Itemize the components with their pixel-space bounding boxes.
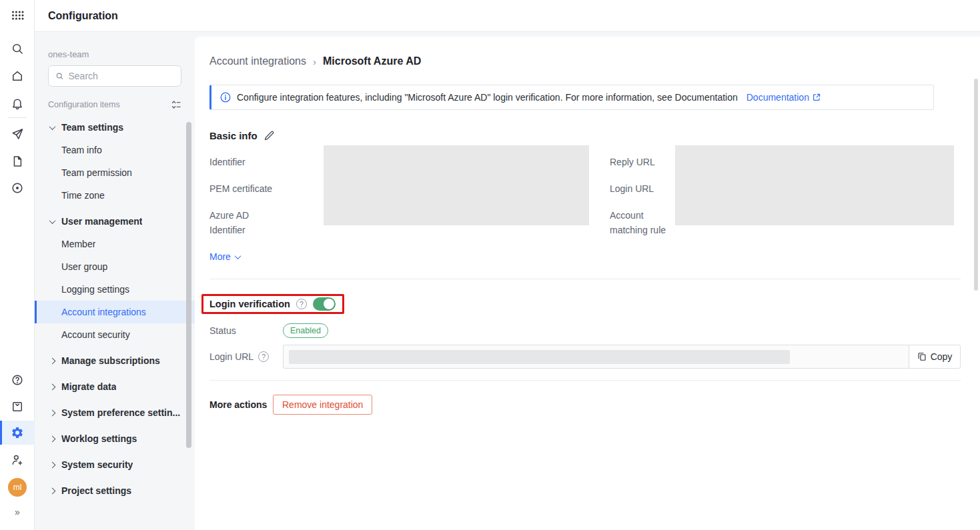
- login-verification-title: Login verification: [209, 299, 290, 309]
- user-avatar[interactable]: ml: [8, 478, 27, 497]
- top-header: Configuration: [35, 0, 980, 32]
- help-icon[interactable]: [11, 373, 24, 387]
- banner-text: Configure integration features, includin…: [237, 92, 738, 103]
- status-label: Status: [209, 325, 283, 336]
- sidebar-item-project-settings[interactable]: Project settings: [35, 479, 195, 502]
- login-url-group: Copy: [283, 345, 961, 369]
- configuration-items-label: Configuration items: [48, 100, 120, 109]
- sidebar-item-user-management[interactable]: User management: [35, 210, 195, 233]
- chevron-down-icon: [234, 253, 241, 259]
- help-question-icon[interactable]: ?: [296, 299, 307, 309]
- chevron-right-icon: [49, 409, 56, 416]
- breadcrumb-separator: ›: [313, 56, 316, 67]
- external-link-icon: [812, 93, 821, 102]
- sidebar-item-account-security[interactable]: Account security: [35, 323, 195, 346]
- section-divider: [209, 380, 961, 381]
- sidebar-item-migrate-data[interactable]: Migrate data: [35, 375, 195, 398]
- left-rail: ml »: [0, 0, 35, 530]
- azure-ad-identifier-label: Azure AD Identifier: [209, 208, 249, 237]
- package-icon[interactable]: [11, 400, 24, 413]
- edit-pencil-icon[interactable]: [264, 130, 274, 141]
- login-verification-annotation-box: Login verification ?: [201, 294, 344, 314]
- configuration-sidebar: ones-team Configuration items Team setti…: [35, 32, 195, 530]
- chevron-down-icon: [49, 123, 56, 130]
- help-question-icon[interactable]: ?: [258, 351, 269, 362]
- app-window: ml » Configuration ones-team Configurati…: [0, 0, 980, 530]
- team-name: ones-team: [48, 49, 181, 59]
- apps-grid-icon[interactable]: [11, 9, 24, 22]
- page-title: Configuration: [48, 10, 118, 22]
- breadcrumb-current: Microsoft Azure AD: [323, 55, 421, 67]
- more-actions-label: More actions: [209, 399, 273, 410]
- account-matching-rule-label: Account matching rule: [610, 208, 666, 237]
- settings-gear-icon[interactable]: [11, 426, 24, 439]
- sidebar-item-system-security[interactable]: System security: [35, 453, 195, 476]
- info-banner: Configure integration features, includin…: [209, 85, 934, 110]
- sidebar-item-team-settings[interactable]: Team settings: [35, 116, 195, 139]
- sidebar-item-account-integrations[interactable]: Account integrations: [35, 301, 195, 323]
- sidebar-search[interactable]: [48, 65, 181, 87]
- add-member-icon[interactable]: [11, 453, 24, 467]
- basic-info-title: Basic info: [209, 130, 258, 141]
- sidebar-scrollbar[interactable]: [186, 122, 191, 448]
- login-url-label: Login URL: [209, 351, 254, 362]
- send-icon[interactable]: [11, 127, 24, 141]
- chevron-right-icon: [49, 461, 56, 468]
- target-icon[interactable]: [11, 181, 24, 195]
- home-icon[interactable]: [11, 69, 24, 83]
- sidebar-item-manage-subscriptions[interactable]: Manage subscriptions: [35, 349, 195, 372]
- more-link[interactable]: More: [209, 250, 240, 263]
- configuration-tree: Team settings Team info Team permission …: [48, 116, 181, 502]
- basic-info-form: Identifier PEM certificate Azure AD Iden…: [209, 145, 961, 239]
- search-icon: [55, 71, 63, 81]
- identifier-label: Identifier: [209, 155, 246, 169]
- collapse-all-icon[interactable]: [171, 99, 181, 110]
- rail-divider: [8, 117, 27, 118]
- login-url-field[interactable]: [283, 345, 909, 369]
- breadcrumb: Account integrations › Microsoft Azure A…: [209, 37, 961, 67]
- redacted-values-left: [324, 145, 589, 225]
- remove-integration-button[interactable]: Remove integration: [273, 395, 372, 415]
- status-badge: Enabled: [283, 323, 328, 338]
- sidebar-item-time-zone[interactable]: Time zone: [35, 184, 195, 207]
- chevron-right-icon: [49, 357, 56, 364]
- sidebar-item-worklog-settings[interactable]: Worklog settings: [35, 427, 195, 450]
- expand-rail-button[interactable]: »: [0, 507, 35, 517]
- sidebar-item-system-preference-settings[interactable]: System preference settin...: [35, 401, 195, 424]
- breadcrumb-parent-link[interactable]: Account integrations: [209, 55, 306, 67]
- copy-icon: [917, 352, 927, 361]
- sidebar-item-member[interactable]: Member: [35, 233, 195, 255]
- file-export-icon[interactable]: [11, 155, 24, 168]
- documentation-link[interactable]: Documentation: [747, 92, 821, 103]
- login-verification-toggle[interactable]: [313, 297, 336, 311]
- bell-icon[interactable]: [11, 97, 24, 110]
- login-url-label-basic: Login URL: [610, 181, 654, 196]
- search-input[interactable]: [68, 71, 174, 81]
- sidebar-item-team-permission[interactable]: Team permission: [35, 161, 195, 184]
- sidebar-item-team-info[interactable]: Team info: [35, 139, 195, 161]
- chevron-right-icon: [49, 435, 56, 442]
- pem-certificate-label: PEM certificate: [209, 181, 272, 196]
- chevron-right-icon: [49, 487, 56, 494]
- redacted-login-url: [289, 350, 790, 364]
- main-scrollbar[interactable]: [974, 79, 978, 291]
- redacted-values-right: [675, 145, 954, 225]
- chevron-down-icon: [49, 217, 56, 224]
- sidebar-item-logging-settings[interactable]: Logging settings: [35, 278, 195, 301]
- copy-button[interactable]: Copy: [909, 345, 961, 369]
- search-icon[interactable]: [11, 42, 24, 55]
- chevron-right-icon: [49, 383, 56, 390]
- reply-url-label: Reply URL: [610, 155, 655, 169]
- rail-active-indicator: [0, 421, 2, 445]
- sidebar-item-user-group[interactable]: User group: [35, 255, 195, 278]
- info-icon: [220, 92, 231, 103]
- main-panel: Account integrations › Microsoft Azure A…: [195, 37, 980, 530]
